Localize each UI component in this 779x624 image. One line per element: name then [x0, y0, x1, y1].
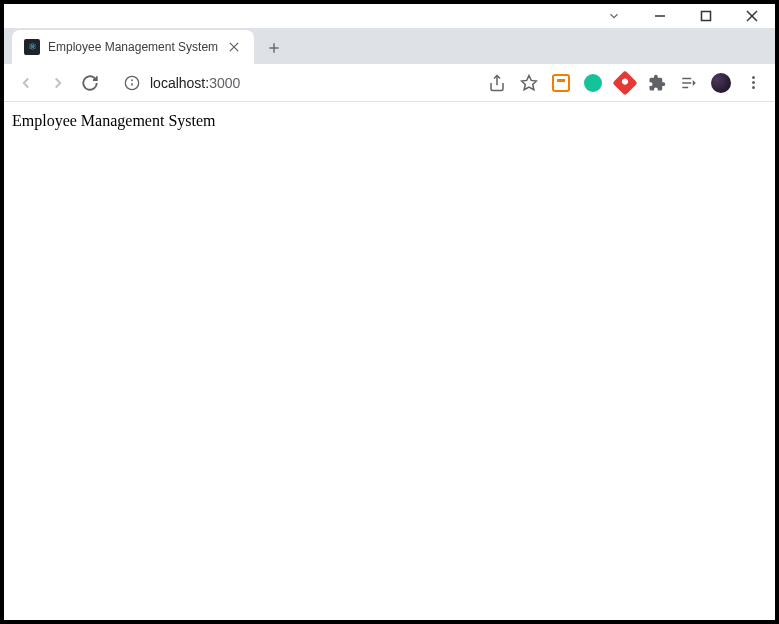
extensions-puzzle-icon[interactable] [647, 73, 667, 93]
extension-orange-icon[interactable] [551, 73, 571, 93]
url-port: 3000 [209, 75, 240, 91]
bookmark-star-icon[interactable] [519, 73, 539, 93]
maximize-button[interactable] [683, 4, 729, 28]
page-heading: Employee Management System [12, 112, 767, 130]
profile-avatar[interactable] [711, 73, 731, 93]
page-content: Employee Management System [4, 102, 775, 620]
tab-search-dropdown[interactable] [591, 4, 637, 28]
extension-red-shield-icon[interactable] [615, 73, 635, 93]
url-text: localhost:3000 [150, 75, 467, 91]
svg-point-10 [132, 80, 133, 81]
reload-button[interactable] [76, 69, 104, 97]
svg-rect-1 [702, 12, 711, 21]
site-info-icon[interactable] [124, 75, 140, 91]
url-host: localhost: [150, 75, 209, 91]
share-icon[interactable] [487, 73, 507, 93]
tab-title: Employee Management System [48, 40, 218, 54]
browser-tab[interactable]: ⚛ Employee Management System [12, 30, 254, 64]
reading-list-icon[interactable] [679, 73, 699, 93]
chrome-menu-button[interactable] [743, 73, 763, 93]
close-window-button[interactable] [729, 4, 775, 28]
browser-toolbar: localhost:3000 [4, 64, 775, 102]
tab-strip: ⚛ Employee Management System [4, 28, 775, 64]
toolbar-actions [487, 73, 767, 93]
svg-marker-12 [522, 75, 537, 89]
minimize-button[interactable] [637, 4, 683, 28]
extension-green-icon[interactable] [583, 73, 603, 93]
react-favicon: ⚛ [24, 39, 40, 55]
forward-button[interactable] [44, 69, 72, 97]
window-controls [4, 4, 775, 28]
address-bar[interactable]: localhost:3000 [114, 68, 477, 98]
tab-close-button[interactable] [226, 39, 242, 55]
new-tab-button[interactable] [260, 34, 288, 62]
back-button[interactable] [12, 69, 40, 97]
